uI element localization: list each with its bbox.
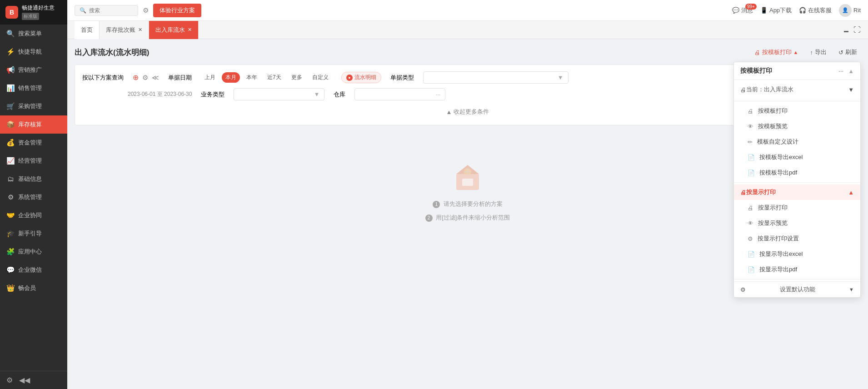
tab-home[interactable]: 首页 [75, 21, 100, 39]
sidebar-item-corp[interactable]: 🤝 企业协同 [0, 206, 67, 224]
type-label: 单据类型 [390, 74, 414, 82]
topbar-message[interactable]: 💬 消息 99+ [732, 6, 753, 15]
sidebar-item-operation[interactable]: 📈 经营管理 [0, 152, 67, 170]
flow-tag-icon: ● [346, 75, 353, 81]
sidebar-item-purchase[interactable]: 🛒 采购管理 [0, 97, 67, 115]
sidebar-label-inventory: 库存核算 [18, 120, 42, 129]
online-service-icon: 🎧 [799, 7, 806, 14]
business-type-select[interactable]: ▼ [234, 88, 324, 100]
date-more[interactable]: 更多 [288, 72, 306, 83]
sidebar-item-inventory[interactable]: 📦 库存核算 [0, 115, 67, 134]
sidebar: B 畅捷通好生意 标准版 🔍 搜索菜单⚡ 快捷导航📢 营销推广📊 销售管理🛒 采… [0, 0, 67, 389]
date-last7[interactable]: 近7天 [264, 72, 285, 83]
date-curr-month[interactable]: 本月 [222, 72, 240, 83]
tab-home-label: 首页 [81, 26, 93, 34]
dropdown-item-template-export-pdf[interactable]: 📄 按模板导出pdf [734, 165, 860, 180]
sidebar-item-system[interactable]: ⚙ 系统管理 [0, 188, 67, 206]
sidebar-icon-inventory: 📦 [6, 120, 15, 129]
tab-inventory-flow-close[interactable]: ✕ [188, 27, 192, 33]
collapse-sidebar-icon[interactable]: ◀◀ [19, 376, 30, 384]
sidebar-icon-system: ⚙ [6, 193, 15, 201]
dropdown-item-display-print-settings[interactable]: ⚙ 按显示打印设置 [734, 231, 860, 246]
dropdown-display-items: 🖨 按显示打印👁 按显示预览⚙ 按显示打印设置📄 按显示导出excel📄 按显示… [734, 200, 860, 277]
tab-batch-account-close[interactable]: ✕ [138, 27, 142, 33]
export-button[interactable]: ↑ 导出 [807, 46, 831, 58]
sidebar-item-guide[interactable]: 🎓 新手引导 [0, 224, 67, 243]
page-content: 出入库流水(流水明细) 🖨 按模板打印 ▲ ↑ 导出 ↺ 刷新 [67, 39, 868, 389]
topbar-search-input[interactable] [89, 7, 135, 14]
app-download-icon: 📱 [760, 7, 768, 14]
dropdown-item-display-preview[interactable]: 👁 按显示预览 [734, 215, 860, 231]
dropdown-chevron-up[interactable]: ▲ [848, 68, 854, 75]
tab-inventory-flow[interactable]: 出入库流水 ✕ [149, 21, 199, 39]
page-header: 出入库流水(流水明细) 🖨 按模板打印 ▲ ↑ 导出 ↺ 刷新 [75, 46, 861, 58]
dropdown-item-display-export-excel[interactable]: 📄 按显示导出excel [734, 246, 860, 262]
page-title: 出入库流水(流水明细) [75, 47, 149, 58]
topbar-search-box[interactable]: 🔍 [75, 5, 138, 16]
sidebar-item-quick-nav[interactable]: ⚡ 快捷导航 [0, 43, 67, 61]
topbar-search-icon: 🔍 [80, 7, 86, 14]
sidebar-item-marketing[interactable]: 📢 营销推广 [0, 61, 67, 79]
type-select-chevron: ▼ [558, 74, 564, 81]
sidebar-item-basic[interactable]: 🗂 基础信息 [0, 170, 67, 188]
filter-add-button[interactable]: ⊕ [133, 73, 139, 82]
topbar-online-service[interactable]: 🎧 在线客服 [799, 6, 832, 15]
filter-collapse-icon[interactable]: ≪ [152, 74, 159, 82]
flow-detail-tag[interactable]: ● 流水明细 [341, 72, 381, 83]
dropdown-item-template-custom[interactable]: ✏ 模板自定义设计 [734, 134, 860, 150]
sidebar-item-search[interactable]: 🔍 搜索菜单 [0, 25, 67, 43]
dropdown-header-icons: ··· ▲ [838, 68, 854, 75]
filter-label: 按以下方案查询 [82, 74, 124, 82]
dropdown-template-items: 🖨 按模板打印👁 按模板预览✏ 模板自定义设计📄 按模板导出excel📄 按模板… [734, 103, 860, 180]
warehouse-label: 仓库 [334, 90, 345, 99]
sidebar-bottom: ⚙ ◀◀ [0, 371, 67, 389]
dropdown-item-display-export-pdf[interactable]: 📄 按显示导出pdf [734, 262, 860, 277]
dropdown-item-display-print[interactable]: 🖨 按显示打印 [734, 200, 860, 215]
date-prev-month[interactable]: 上月 [201, 72, 219, 83]
hint-2-num: 2 [425, 214, 433, 222]
sidebar-item-finance[interactable]: 💰 资金管理 [0, 134, 67, 152]
date-custom[interactable]: 自定义 [309, 72, 332, 83]
hint-1-num: 1 [433, 201, 440, 208]
dropdown-item-template-preview[interactable]: 👁 按模板预览 [734, 119, 860, 134]
minimize-icon[interactable]: 🗕 [843, 26, 850, 34]
topbar-gear-icon[interactable]: ⚙ [143, 6, 149, 15]
tab-batch-account-label: 库存批次账 [106, 26, 135, 34]
sidebar-label-sales: 销售管理 [18, 84, 42, 92]
dropdown-item-template-export-excel[interactable]: 📄 按模板导出excel [734, 150, 860, 165]
sidebar-icon-operation: 📈 [6, 157, 15, 165]
message-badge: 99+ [745, 4, 757, 10]
tab-batch-account[interactable]: 库存批次账 ✕ [100, 21, 149, 39]
label-template-export-excel: 按模板导出excel [759, 153, 803, 161]
collapse-label: 收起更多条件 [454, 108, 489, 116]
print-template-button[interactable]: 🖨 按模板打印 ▲ [751, 46, 802, 58]
dropdown-item-template-print[interactable]: 🖨 按模板打印 [734, 103, 860, 119]
settings-icon[interactable]: ⚙ [6, 376, 13, 384]
type-select[interactable]: ▼ [423, 71, 569, 84]
dropdown-more-icon[interactable]: ··· [838, 68, 843, 75]
display-section-icon: 🖨 [740, 189, 746, 196]
label-display-preview: 按显示预览 [758, 219, 788, 227]
trial-button[interactable]: 体验行业方案 [153, 4, 201, 17]
topbar-right: 💬 消息 99+ 📱 App下载 🎧 在线客服 👤 Rit [732, 4, 861, 17]
date-this-year[interactable]: 本年 [243, 72, 261, 83]
refresh-button[interactable]: ↺ 刷新 [835, 46, 861, 58]
warehouse-select[interactable]: ··· [354, 88, 445, 100]
dropdown-display-header[interactable]: 🖨 按显示打印 ▲ [734, 185, 860, 200]
sidebar-item-app-center[interactable]: 🧩 应用中心 [0, 243, 67, 261]
message-icon: 💬 [732, 7, 739, 14]
sidebar-item-member[interactable]: 👑 畅会员 [0, 279, 67, 297]
topbar-user[interactable]: 👤 Rit [839, 4, 861, 17]
sidebar-item-wechat[interactable]: 💬 企业微信 [0, 261, 67, 279]
sidebar-item-sales[interactable]: 📊 销售管理 [0, 79, 67, 97]
page-actions: 🖨 按模板打印 ▲ ↑ 导出 ↺ 刷新 [751, 46, 861, 58]
avatar: 👤 [839, 4, 852, 17]
sidebar-label-wechat: 企业微信 [18, 266, 42, 274]
filter-config-icon[interactable]: ⚙ [142, 74, 148, 82]
label-template-custom: 模板自定义设计 [757, 138, 798, 146]
topbar-app-download[interactable]: 📱 App下载 [760, 6, 792, 15]
dropdown-footer[interactable]: ⚙ 设置默认功能 ▼ [734, 281, 860, 297]
maximize-icon[interactable]: ⛶ [853, 26, 861, 34]
logo-badge: 标准版 [22, 13, 39, 20]
display-section-title: 按显示打印 [746, 188, 776, 196]
